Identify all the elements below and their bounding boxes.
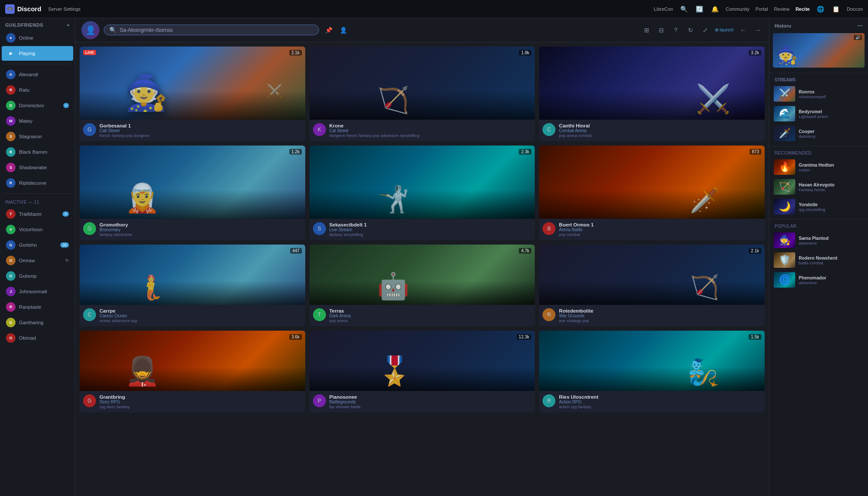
content-header: 👤 🔍 📌 👤 ⊞ ⊟ ? ↻ ⤢ ⊕ launch ← →	[75, 18, 769, 42]
right-featured-thumb[interactable]: 🧙 🔊	[773, 33, 865, 68]
nav-globe-icon[interactable]: 🌐	[816, 4, 825, 14]
right-sidebar-header: Historu ⋯	[769, 18, 868, 31]
stream-card-7[interactable]: 🧜 447 C Carrpe Caress Ocean ocean advent…	[80, 245, 305, 326]
sidebar-friend-5[interactable]: S Stagnaron	[2, 129, 73, 144]
sidebar-friend-4[interactable]: M Matey	[2, 114, 73, 128]
header-launch-label[interactable]: ⊕ launch	[715, 27, 734, 33]
right-item-6[interactable]: 🌙 Yondotle rpg storytelling	[769, 197, 868, 217]
viewer-count-7: 447	[290, 248, 302, 254]
right-item-1[interactable]: ⚔️ Ronros Adventurespell	[769, 84, 868, 104]
right-sub-6: rpg storytelling	[799, 207, 864, 212]
stream-title-1: Gorbesanal 1	[99, 123, 302, 128]
stream-card-12[interactable]: 🧞 1.5k R Ries Uloscntrent Action RPG act…	[539, 331, 765, 412]
stream-card-2[interactable]: 🏹 1.8k K Krone Cal Street dungeon heroic…	[310, 46, 535, 141]
sidebar-inactive-9[interactable]: O Okimad	[2, 331, 73, 345]
stream-info-1: G Gorbesanal 1 Call Street heroic fantas…	[80, 120, 305, 141]
right-item-7[interactable]: 🧙 Sama Plantod adventure	[769, 230, 868, 250]
header-filter-icon[interactable]: ⊟	[656, 25, 666, 35]
nav-doccon[interactable]: Doccon	[847, 6, 863, 12]
sidebar-inactive-label-6: Johnsonmalt	[19, 289, 47, 294]
stream-card-4[interactable]: 🧝 1.2k G Gromothory Bronomary fantasy ad…	[80, 146, 305, 240]
header-user-btn[interactable]: 👤	[338, 25, 348, 35]
stream-card-3[interactable]: ⚔️ 3.2k C Canthi Hinral Combat Arena pvp…	[539, 46, 765, 141]
right-item-4[interactable]: 🔥 Grantma Hedton Action	[769, 157, 868, 177]
nav-portal[interactable]: Portal	[756, 6, 768, 12]
nav-recite[interactable]: Recite	[796, 6, 810, 12]
sidebar-item-playing[interactable]: ▶ Playing	[2, 46, 73, 61]
top-navbar: 🎮 Discord Server Settings LibreCon 🔍 🔄 🔔…	[0, 0, 868, 18]
sidebar-friend-6[interactable]: B Black Barren	[2, 145, 73, 159]
header-expand-icon[interactable]: ⤢	[700, 25, 710, 35]
stream-avatar-7: C	[83, 308, 96, 321]
stream-card-11[interactable]: 🎖️ 12.3k P Pianosonee Battlegrounds fps …	[310, 331, 535, 412]
sidebar-inactive-1[interactable]: T Trailblazer 0	[2, 207, 73, 221]
stream-card-10[interactable]: 💂 3.6k G Grantbring Story RPG rpg story …	[80, 331, 305, 412]
stream-thumb-1: 🧙 ⚔️ LIVE 2.1k	[80, 46, 305, 120]
stream-card-6[interactable]: 🗡️ 873 B Boert Ormoo 1 Arena Battle pvp …	[539, 146, 765, 240]
stream-tags-2: dungeon heroic fantasy pvp adventure sto…	[329, 133, 532, 138]
right-item-8[interactable]: 🛡️ Rodero Nowshent battle combat	[769, 250, 868, 270]
header-forward-icon[interactable]: →	[753, 25, 763, 35]
sidebar-friend-label-4: Matey	[19, 118, 32, 124]
right-thumb-8: 🛡️	[774, 252, 795, 268]
sidebar-friend-2[interactable]: R Ratu	[2, 83, 73, 97]
stream-card-8[interactable]: 🤖 4.7k T Terras Dark Arena pvp arena	[310, 245, 535, 326]
header-pin-btn[interactable]: 📌	[323, 25, 334, 35]
sidebar-friend-label-7: Shadowrabe	[19, 165, 47, 170]
right-sidebar-options-icon[interactable]: ⋯	[857, 22, 863, 29]
sidebar-inactive-4[interactable]: O Omraw ↻	[2, 253, 73, 268]
header-question-icon[interactable]: ?	[671, 25, 681, 35]
nav-refresh-icon[interactable]: 🔄	[694, 4, 704, 14]
sidebar-inactive-3[interactable]: G Gortehn 26	[2, 238, 73, 252]
stream-avatar-12: R	[542, 394, 555, 407]
content-area: 👤 🔍 📌 👤 ⊞ ⊟ ? ↻ ⤢ ⊕ launch ← →	[75, 18, 769, 496]
stream-thumb-2: 🏹 1.8k	[310, 46, 535, 120]
right-item-9[interactable]: 🌀 Phenomador adventure	[769, 270, 868, 290]
right-details-5: Havan Alrevgoto Fantasy heroic	[799, 182, 864, 192]
stream-title-9: Rotedembolite	[559, 308, 761, 313]
nav-clipboard-icon[interactable]: 📋	[831, 4, 841, 14]
search-input[interactable]	[120, 27, 313, 33]
header-sort-icon[interactable]: ⊞	[642, 25, 652, 35]
sidebar-friend-3[interactable]: D Dominicbro •	[2, 98, 73, 113]
header-refresh-icon[interactable]: ↻	[685, 25, 696, 35]
app-logo[interactable]: 🎮 Discord	[5, 4, 41, 14]
stream-card-9[interactable]: 🏹 2.1k R Rotedembolite War Grounds war s…	[539, 245, 765, 326]
stream-details-1: Gorbesanal 1 Call Street heroic fantasy …	[99, 123, 302, 138]
stream-card-1[interactable]: 🧙 ⚔️ LIVE 2.1k G Gorbesanal 1 Call Stree…	[80, 46, 305, 141]
avatar-friend-5: S	[6, 132, 16, 141]
nav-bell-icon[interactable]: 🔔	[710, 4, 719, 14]
right-sub-4: Action	[799, 167, 864, 172]
nav-liberecon[interactable]: LibreCon	[654, 6, 673, 12]
avatar-inactive-4: O	[6, 256, 16, 265]
right-item-3[interactable]: 🗡️ Cooper darkstory	[769, 124, 868, 143]
sidebar-inactive-6[interactable]: J Johnsonmalt	[2, 284, 73, 299]
sidebar-friend-7[interactable]: S Shadowrabe	[2, 160, 73, 175]
stream-game-7: Caress Ocean	[99, 313, 302, 318]
viewer-count-10: 3.6k	[289, 334, 302, 340]
right-section-recommended: Recommended	[769, 149, 868, 157]
header-back-icon[interactable]: ←	[738, 25, 748, 35]
right-item-5[interactable]: 🏹 Havan Alrevgoto Fantasy heroic	[769, 177, 868, 197]
nav-community[interactable]: Community	[725, 6, 750, 12]
sidebar-inactive-2[interactable]: V Victorhoon	[2, 222, 73, 237]
stream-avatar-5: S	[313, 222, 326, 235]
sidebar-item-online[interactable]: ● Online	[2, 31, 73, 45]
stream-grid: 🧙 ⚔️ LIVE 2.1k G Gorbesanal 1 Call Stree…	[75, 42, 769, 496]
stream-info-12: R Ries Uloscntrent Action RPG action rpg…	[539, 391, 765, 412]
sidebar-friend-1[interactable]: A Alexandr	[2, 67, 73, 82]
stream-details-12: Ries Uloscntrent Action RPG action rpg f…	[559, 394, 761, 409]
stream-card-5[interactable]: 🤺 2.3k S Sekasectbdelt 1 Live Stream fan…	[310, 146, 535, 240]
right-title-4: Grantma Hedton	[799, 162, 864, 167]
sidebar-inactive-8[interactable]: G Gantharing	[2, 315, 73, 330]
stream-game-5: Live Stream	[329, 227, 532, 232]
sidebar-add-btn[interactable]: +	[67, 22, 70, 28]
avatar-friend-1: A	[6, 70, 16, 79]
main-layout: Guildfriends + ● Online ▶ Playing A Alex…	[0, 18, 868, 496]
right-item-2[interactable]: 🌊 Bedyromel Lightspell action	[769, 104, 868, 124]
nav-search-icon[interactable]: 🔍	[679, 4, 688, 14]
sidebar-inactive-7[interactable]: R Ranptasle	[2, 300, 73, 314]
sidebar-friend-8[interactable]: R Riptidecurve	[2, 176, 73, 190]
nav-review[interactable]: Review	[774, 6, 790, 12]
sidebar-inactive-5[interactable]: G Gutsrop	[2, 269, 73, 283]
